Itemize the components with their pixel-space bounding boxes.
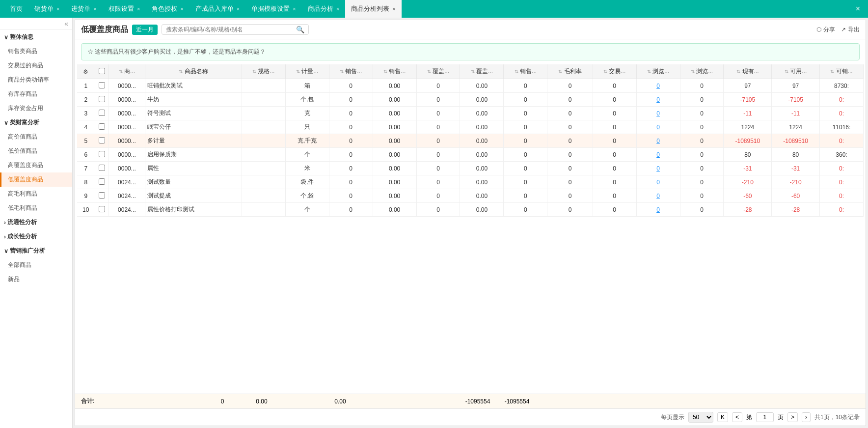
row-checkbox[interactable] <box>95 107 108 120</box>
export-button[interactable]: ↗ 导出 <box>841 26 860 34</box>
row-browse1[interactable]: 0 <box>636 79 680 93</box>
th-cover2[interactable]: ⇅ 覆盖... <box>460 64 504 79</box>
sidebar-section-wealth[interactable]: ∨ 类财富分析 <box>0 115 72 130</box>
select-all-checkbox[interactable] <box>99 68 105 74</box>
row-checkbox[interactable] <box>95 175 108 189</box>
th-browse2[interactable]: ⇅ 浏览... <box>680 64 724 79</box>
next-page-button[interactable]: > <box>787 412 798 422</box>
sidebar-section-growth[interactable]: › 成长性分析 <box>0 229 72 244</box>
th-sales-amt[interactable]: ⇅ 销售... <box>373 64 416 79</box>
sidebar-section-overall[interactable]: ∨ 整体信息 <box>0 30 72 44</box>
th-name[interactable]: ⇅ 商品名称 <box>145 64 242 79</box>
row-select-checkbox[interactable] <box>99 110 105 116</box>
row-browse1[interactable]: 0 <box>636 162 680 175</box>
nav-sales-order[interactable]: 销货单 × <box>28 0 65 18</box>
row-checkbox[interactable] <box>95 203 108 217</box>
close-icon[interactable]: × <box>56 6 59 12</box>
nav-product-analysis[interactable]: 商品分析 × <box>302 0 345 18</box>
prev-page-button[interactable]: < <box>732 412 742 422</box>
row-select-checkbox[interactable] <box>99 96 105 102</box>
sidebar-section-circulation[interactable]: › 流通性分析 <box>0 215 72 229</box>
sidebar-item-high-value[interactable]: 高价值商品 <box>0 130 72 144</box>
row-browse1[interactable]: 0 <box>636 93 680 107</box>
nav-role-auth[interactable]: 角色授权 × <box>146 0 189 18</box>
row-browse1[interactable]: 0 <box>636 107 680 120</box>
sidebar-item-low-value[interactable]: 低价值商品 <box>0 144 72 158</box>
th-sales-qty[interactable]: ⇅ 销售... <box>329 64 373 79</box>
row-checkbox[interactable] <box>95 120 108 134</box>
row-checkbox[interactable] <box>95 189 108 203</box>
row-sellable: 0: <box>819 93 863 107</box>
sidebar-item-category-rate[interactable]: 商品分类动销率 <box>0 73 72 87</box>
row-select-checkbox[interactable] <box>99 165 105 171</box>
global-close-button[interactable]: × <box>852 4 864 13</box>
th-current[interactable]: ⇅ 现有... <box>724 64 772 79</box>
row-select-checkbox[interactable] <box>99 206 105 212</box>
search-input[interactable] <box>166 26 296 33</box>
th-unit[interactable]: ⇅ 计量... <box>285 64 329 79</box>
row-browse1[interactable]: 0 <box>636 175 680 189</box>
sidebar-item-all-goods[interactable]: 全部商品 <box>0 258 72 272</box>
nav-permissions[interactable]: 权限设置 × <box>103 0 146 18</box>
close-icon[interactable]: × <box>293 6 296 12</box>
sidebar-item-low-coverage[interactable]: 低覆盖度商品 <box>0 172 72 187</box>
first-page-button[interactable]: K <box>717 412 728 422</box>
row-cover1: 0 <box>416 120 460 134</box>
nav-home[interactable]: 首页 <box>4 0 28 18</box>
page-number-input[interactable] <box>756 412 774 422</box>
th-available[interactable]: ⇅ 可用... <box>772 64 820 79</box>
row-browse1[interactable]: 0 <box>636 189 680 203</box>
row-name: 眠宝公仔 <box>145 120 242 134</box>
row-browse1[interactable]: 0 <box>636 148 680 162</box>
sidebar-item-stock-capital[interactable]: 库存资金占用 <box>0 101 72 115</box>
settings-icon[interactable]: ⚙ <box>83 68 88 75</box>
sidebar-section-marketing[interactable]: ∨ 营销推广分析 <box>0 244 72 258</box>
sidebar-item-high-profit[interactable]: 高毛利商品 <box>0 187 72 201</box>
sidebar-collapse-button[interactable]: « <box>64 20 68 28</box>
row-select-checkbox[interactable] <box>99 151 105 157</box>
per-page-select[interactable]: 50 100 200 <box>688 412 713 423</box>
last-page-button[interactable]: › <box>802 412 811 422</box>
row-browse2: 0 <box>680 79 724 93</box>
close-icon[interactable]: × <box>336 6 339 12</box>
row-browse1[interactable]: 0 <box>636 134 680 148</box>
row-checkbox[interactable] <box>95 134 108 148</box>
th-code[interactable]: ⇅ 商... <box>108 64 145 79</box>
sidebar-item-new-goods[interactable]: 新品 <box>0 272 72 286</box>
th-sales2[interactable]: ⇅ 销售... <box>504 64 547 79</box>
row-browse1[interactable]: 0 <box>636 120 680 134</box>
row-select-checkbox[interactable] <box>99 137 105 143</box>
row-checkbox[interactable] <box>95 79 108 93</box>
nav-product-inbound[interactable]: 产成品入库单 × <box>190 0 245 18</box>
close-icon[interactable]: × <box>180 6 183 12</box>
sidebar-item-in-stock[interactable]: 有库存商品 <box>0 87 72 101</box>
th-sellable[interactable]: ⇅ 可销... <box>819 64 863 79</box>
th-spec[interactable]: ⇅ 规格... <box>242 64 285 79</box>
th-cover1[interactable]: ⇅ 覆盖... <box>416 64 460 79</box>
close-icon[interactable]: × <box>237 6 240 12</box>
sidebar-item-low-profit[interactable]: 低毛利商品 <box>0 201 72 215</box>
row-select-checkbox[interactable] <box>99 82 105 88</box>
row-select-checkbox[interactable] <box>99 192 105 199</box>
sidebar-item-sales-goods[interactable]: 销售类商品 <box>0 44 72 58</box>
table-container[interactable]: ⚙ ⇅ 商... ⇅ 商品名称 ⇅ 规格... ⇅ 计量... ⇅ 销售... … <box>77 64 864 394</box>
row-select-checkbox[interactable] <box>99 123 105 130</box>
nav-product-analysis-list[interactable]: 商品分析列表 × <box>345 0 401 18</box>
sidebar-item-high-coverage[interactable]: 高覆盖度商品 <box>0 158 72 172</box>
row-select-checkbox[interactable] <box>99 178 105 185</box>
row-browse1[interactable]: 0 <box>636 203 680 217</box>
time-filter-button[interactable]: 近一月 <box>132 25 158 35</box>
sidebar-item-traded-goods[interactable]: 交易过的商品 <box>0 58 72 73</box>
row-checkbox[interactable] <box>95 93 108 107</box>
nav-template-settings[interactable]: 单据模板设置 × <box>245 0 301 18</box>
close-icon[interactable]: × <box>137 6 140 12</box>
close-icon[interactable]: × <box>93 6 96 12</box>
th-browse1[interactable]: ⇅ 浏览... <box>636 64 680 79</box>
row-checkbox[interactable] <box>95 148 108 162</box>
nav-purchase-order[interactable]: 进货单 × <box>65 0 102 18</box>
th-trade[interactable]: ⇅ 交易... <box>593 64 636 79</box>
share-button[interactable]: ⬡ 分享 <box>816 26 835 34</box>
th-gross-rate[interactable]: ⇅ 毛利率 <box>547 64 593 79</box>
close-icon[interactable]: × <box>392 6 395 12</box>
row-checkbox[interactable] <box>95 162 108 175</box>
